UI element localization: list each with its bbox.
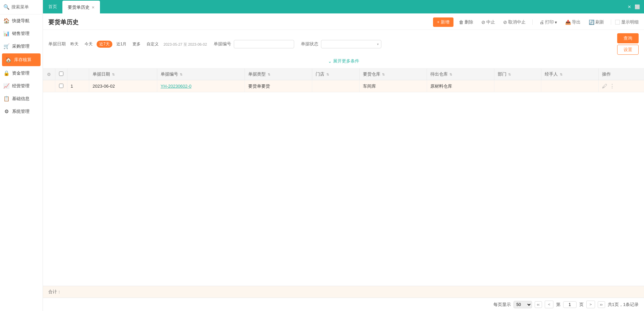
date-filter-label: 单据日期 <box>48 41 66 47</box>
more-icon[interactable]: ⋮ <box>609 83 615 89</box>
delete-button[interactable]: 🗑 删除 <box>456 18 476 27</box>
date-today[interactable]: 今天 <box>83 41 95 48</box>
prev-page-button[interactable]: ＜ <box>545 301 553 308</box>
cell-settings <box>43 80 55 92</box>
cell-pending-warehouse: 原材料仓库 <box>427 80 494 92</box>
sort-icon: ⇅ <box>112 73 115 76</box>
first-page-button[interactable]: ‹‹ <box>535 301 542 308</box>
table-footer: 合计： <box>43 286 644 298</box>
sidebar-item-label: 经营管理 <box>12 83 30 89</box>
cell-req-warehouse: 车间库 <box>359 80 427 92</box>
bill-no-filter-group: 单据编号 <box>214 40 294 48</box>
sidebar-item-sales[interactable]: 📊 销售管理 <box>0 27 43 40</box>
col-seq <box>67 69 89 80</box>
topbar-maximize-btn[interactable]: ⬜ <box>635 4 640 9</box>
topbar-close-btn[interactable]: ✕ <box>628 4 631 9</box>
refresh-button[interactable]: 🔄 刷新 <box>586 18 607 27</box>
export-button[interactable]: 📤 导出 <box>562 18 583 27</box>
sort-icon: ⇅ <box>382 73 385 76</box>
expand-button[interactable]: ⌄ 展开更多条件 <box>325 57 362 65</box>
operation-icon: 📈 <box>3 83 9 89</box>
sidebar-item-label: 库存核算 <box>14 57 32 63</box>
sidebar-item-operation[interactable]: 📈 经营管理 <box>0 80 43 92</box>
divider <box>532 19 533 25</box>
select-all-checkbox[interactable] <box>59 72 63 76</box>
sidebar-item-label: 基础信息 <box>12 96 30 102</box>
new-button[interactable]: + 新增 <box>433 17 453 27</box>
cell-checkbox <box>55 80 67 92</box>
stop-button[interactable]: ⊘ 中止 <box>479 18 498 27</box>
col-department[interactable]: 部门 ⇅ <box>494 69 541 80</box>
date-shortcuts: 昨天 今天 近7天 近1月 更多 自定义 <box>68 41 161 48</box>
cart-icon: 🛒 <box>3 43 9 49</box>
settings-button[interactable]: 设置 <box>617 45 639 55</box>
export-label: 导出 <box>572 19 581 25</box>
sort-icon: ⇅ <box>449 73 452 76</box>
sidebar-item-label: 资金管理 <box>12 70 30 76</box>
table-row: 1 2023-06-02 YH-20230602-0 要货单要货 <box>43 80 644 92</box>
col-shop[interactable]: 门店 ⇅ <box>312 69 360 80</box>
cancel-stop-button[interactable]: ⊘ 取消中止 <box>500 18 528 27</box>
basic-icon: 📋 <box>3 96 9 102</box>
cell-action: 🖊 ⋮ <box>598 80 644 92</box>
edit-icon[interactable]: 🖊 <box>602 83 607 89</box>
bill-no-input[interactable] <box>234 40 294 48</box>
print-button[interactable]: 🖨 打印 ▾ <box>537 18 560 27</box>
page-input[interactable] <box>563 301 577 308</box>
per-page-select[interactable]: 10 20 50 100 <box>514 301 532 308</box>
sidebar-search[interactable]: 🔍 搜索菜单 <box>0 0 43 14</box>
sort-icon: ⇅ <box>508 73 511 76</box>
sidebar-item-label: 快捷导航 <box>12 18 30 24</box>
sidebar-item-label: 销售管理 <box>12 31 30 37</box>
col-checkbox <box>55 69 67 80</box>
sidebar-item-system[interactable]: ⚙ 系统管理 <box>0 105 43 118</box>
page-label: 第 <box>556 302 560 308</box>
row-checkbox[interactable] <box>59 84 63 88</box>
sidebar-item-label: 系统管理 <box>12 108 30 115</box>
sidebar-item-inventory[interactable]: 🏠 库存核算 <box>2 53 41 66</box>
col-handler[interactable]: 经手人 ⇅ <box>541 69 599 80</box>
col-req-warehouse[interactable]: 要货仓库 ⇅ <box>359 69 427 80</box>
date-yesterday[interactable]: 昨天 <box>68 41 80 48</box>
divider2 <box>611 19 611 25</box>
display-cell-label: 显示明细 <box>621 19 639 25</box>
stop-label: 中止 <box>486 19 495 25</box>
col-pending-warehouse[interactable]: 待出仓库 ⇅ <box>427 69 494 80</box>
col-bill-no[interactable]: 单据编号 ⇅ <box>157 69 245 80</box>
date-more[interactable]: 更多 <box>130 41 143 48</box>
date-last-month[interactable]: 近1月 <box>114 41 129 48</box>
bill-status-filter-group: 单据状态 ▾ <box>301 40 381 48</box>
tab-close-icon[interactable]: ✕ <box>92 5 95 10</box>
last-page-button[interactable]: ›› <box>598 301 605 308</box>
home-icon: 🏠 <box>3 18 9 24</box>
date-last7days[interactable]: 近7天 <box>97 41 112 48</box>
tab-home[interactable]: 首页 <box>43 0 62 13</box>
bill-no-link[interactable]: YH-20230602-0 <box>161 84 192 89</box>
sidebar-item-purchase[interactable]: 🛒 采购管理 <box>0 40 43 53</box>
expand-chevron-icon: ⌄ <box>328 59 332 64</box>
col-bill-type[interactable]: 单据类型 ⇅ <box>245 69 312 80</box>
col-settings[interactable]: ⚙ <box>43 69 55 80</box>
filter-row-2: ⌄ 展开更多条件 <box>48 55 639 66</box>
sidebar-item-quick-nav[interactable]: 🏠 快捷导航 <box>0 14 43 27</box>
topbar-right: ✕ ⬜ <box>628 4 644 9</box>
sidebar-item-finance[interactable]: 🔒 资金管理 <box>0 67 43 80</box>
refresh-label: 刷新 <box>595 19 604 25</box>
print-icon: 🖨 <box>539 19 544 25</box>
expand-label: 展开更多条件 <box>333 58 359 64</box>
tab-requisition-history[interactable]: 要货单历史 ✕ <box>62 1 100 14</box>
date-filter-group: 单据日期 昨天 今天 近7天 近1月 更多 自定义 2023-05-27 至 2… <box>48 41 207 48</box>
col-bill-date[interactable]: 单据日期 ⇅ <box>89 69 157 80</box>
next-page-button[interactable]: ＞ <box>586 301 595 308</box>
sort-icon: ⇅ <box>560 73 562 76</box>
system-icon: ⚙ <box>3 108 9 115</box>
filter-actions: 查询 设置 <box>617 33 639 55</box>
display-cell-button[interactable]: 显示明细 <box>615 19 639 25</box>
sidebar-item-basic[interactable]: 📋 基础信息 <box>0 92 43 105</box>
date-custom[interactable]: 自定义 <box>145 41 161 48</box>
bill-status-select[interactable] <box>321 40 381 48</box>
col-action: 操作 <box>598 69 644 80</box>
filter-area: 单据日期 昨天 今天 近7天 近1月 更多 自定义 2023-05-27 至 2… <box>43 30 644 69</box>
delete-icon: 🗑 <box>459 19 464 25</box>
query-button[interactable]: 查询 <box>617 33 639 43</box>
